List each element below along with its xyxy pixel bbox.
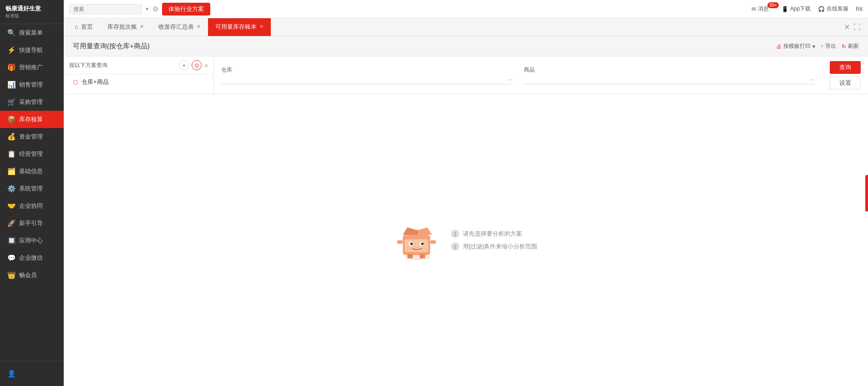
sidebar-item-search[interactable]: 🔍 搜索菜单 xyxy=(0,24,64,41)
username-label: Rit xyxy=(856,6,863,12)
export-icon: ↑ xyxy=(821,43,823,50)
tab-deposit-summary[interactable]: 收发存汇总表 ✕ xyxy=(151,18,208,36)
export-btn[interactable]: ↑ 导出 xyxy=(821,42,836,50)
main-area: ▾ ⚙ 体验行业方案 ✉ 消息 99+ 📱 App下载 🎧 在线客服 Rit ⌂… xyxy=(64,0,868,386)
sidebar-item-basic-info[interactable]: 🗂️ 基础信息 xyxy=(0,163,64,180)
empty-state: 1 请先选择要分析的方案 2 用[过滤]条件来缩小分析范围 xyxy=(64,94,868,386)
collapse-sidebar-btn[interactable]: « xyxy=(204,62,208,69)
search-input[interactable] xyxy=(69,4,142,14)
app-label: App下载 xyxy=(790,5,811,13)
svg-rect-8 xyxy=(397,240,403,244)
sidebar-item-wechat[interactable]: 💬 企业微信 xyxy=(0,249,64,267)
sidebar-item-label: 企业微信 xyxy=(19,254,43,262)
chevron-down-icon[interactable]: ▾ xyxy=(146,5,149,12)
query-btn[interactable]: 查询 xyxy=(830,61,861,74)
tip-num-2: 2 xyxy=(451,242,459,251)
tabs-controls: ✕ ⛶ xyxy=(840,18,864,36)
tab-home[interactable]: ⌂ 首页 xyxy=(67,18,100,36)
expand-icon[interactable]: ⛶ xyxy=(853,23,861,31)
sidebar-item-label: 销售管理 xyxy=(19,81,43,89)
tab-close-icon[interactable]: ✕ xyxy=(140,24,144,30)
empty-tips: 1 请先选择要分析的方案 2 用[过滤]条件来缩小分析范围 xyxy=(451,230,537,251)
rocket-icon: 🚀 xyxy=(7,219,15,227)
settings-icon[interactable]: ⚙ xyxy=(152,5,158,13)
product-input[interactable] xyxy=(524,76,810,83)
money-icon: 💰 xyxy=(7,133,15,141)
cart-icon: 🛒 xyxy=(7,98,15,106)
sidebar-item-operations[interactable]: 📋 经营管理 xyxy=(0,145,64,163)
print-btn[interactable]: 🖨 按模板打印 ▾ xyxy=(776,42,815,50)
scheme-item-warehouse-product[interactable]: ⬡ 仓库+商品 xyxy=(64,74,213,90)
app-name: 畅康通好生意 xyxy=(5,5,58,13)
sidebar-item-label: 经营管理 xyxy=(19,150,43,158)
warehouse-filter: 仓库 ··· xyxy=(221,66,513,84)
tabs-bar: ⌂ 首页 库存批次账 ✕ 收发存汇总表 ✕ 可用量库存账本 ✕ ✕ ⛶ xyxy=(64,18,868,36)
content-area: 可用量查询(按仓库+商品) 🖨 按模板打印 ▾ ↑ 导出 ↻ 刷新 xyxy=(64,36,868,386)
sidebar-item-label: 系统管理 xyxy=(19,185,43,193)
tab-available-ledger[interactable]: 可用量库存账本 ✕ xyxy=(208,18,271,36)
sidebar-item-marketing[interactable]: 🎁 营销推广 xyxy=(0,59,64,76)
refresh-label: 刷新 xyxy=(848,42,859,50)
query-sidebar-actions: + ⊙ « xyxy=(179,60,208,70)
query-sidebar-header: 按以下方案查询 + ⊙ « xyxy=(64,57,213,74)
empty-tip-2: 2 用[过滤]条件来缩小分析范围 xyxy=(451,242,537,251)
cube-icon: ⬡ xyxy=(73,79,78,86)
sidebar-item-enterprise[interactable]: 🤝 企业协同 xyxy=(0,197,64,215)
add-scheme-btn[interactable]: + xyxy=(179,60,189,70)
empty-tip-1: 1 请先选择要分析的方案 xyxy=(451,230,537,238)
refresh-icon: ↻ xyxy=(842,43,846,50)
refresh-btn[interactable]: ↻ 刷新 xyxy=(842,42,859,50)
sidebar-item-finance[interactable]: 💰 资金管理 xyxy=(0,128,64,145)
sidebar-bottom-item[interactable]: 👤 xyxy=(0,365,64,382)
sidebar-item-label: 库存核算 xyxy=(19,115,43,124)
handshake-icon: 🤝 xyxy=(7,202,15,210)
sidebar-item-vip[interactable]: 👑 畅会员 xyxy=(0,267,64,284)
empty-illustration xyxy=(395,217,440,263)
sidebar-item-sales[interactable]: 📊 销售管理 xyxy=(0,76,64,93)
sidebar-item-app-center[interactable]: 🔲 应用中心 xyxy=(0,232,64,249)
sidebar-item-purchase[interactable]: 🛒 采购管理 xyxy=(0,93,64,111)
sidebar-bottom: 👤 xyxy=(0,361,64,386)
page-title: 可用量查询(按仓库+商品) xyxy=(73,42,150,51)
app-download-btn[interactable]: 📱 App下载 xyxy=(782,5,811,13)
sidebar-item-label: 基础信息 xyxy=(19,167,43,175)
tab-batch-ledger[interactable]: 库存批次账 ✕ xyxy=(100,18,151,36)
sidebar-item-shortcut[interactable]: ⚡ 快捷导航 xyxy=(0,41,64,59)
topbar-right: ✉ 消息 99+ 📱 App下载 🎧 在线客服 Rit xyxy=(751,5,863,13)
tab-label: 可用量库存账本 xyxy=(215,23,257,31)
svg-rect-10 xyxy=(407,254,413,258)
svg-point-6 xyxy=(410,242,413,245)
tab-close-icon[interactable]: ✕ xyxy=(259,24,264,30)
sidebar-item-onboarding[interactable]: 🚀 新手引导 xyxy=(0,215,64,232)
warehouse-input[interactable] xyxy=(221,76,508,83)
sidebar-item-label: 资金管理 xyxy=(19,133,43,141)
config-scheme-btn[interactable]: ⊙ xyxy=(192,60,202,70)
tip-num-1: 1 xyxy=(451,230,459,238)
sidebar-item-system[interactable]: ⚙️ 系统管理 xyxy=(0,180,64,197)
sidebar-item-label: 新手引导 xyxy=(19,219,43,227)
experience-btn[interactable]: 体验行业方案 xyxy=(162,3,210,15)
product-filter: 商品 ··· xyxy=(524,66,816,84)
chevron-down-icon: ▾ xyxy=(812,43,815,50)
tab-label: 库存批次账 xyxy=(107,23,137,31)
sidebar-item-label: 搜索菜单 xyxy=(19,29,43,37)
sidebar-item-label: 采购管理 xyxy=(19,98,43,106)
tip-text-2: 用[过滤]条件来缩小分析范围 xyxy=(463,242,537,251)
folder-icon: 🗂️ xyxy=(7,167,15,175)
filter-area: 仓库 ··· 商品 ··· xyxy=(214,57,822,94)
svg-rect-9 xyxy=(430,240,436,244)
sidebar-item-inventory[interactable]: 📦 库存核算 xyxy=(0,111,64,128)
messages-btn[interactable]: ✉ 消息 99+ xyxy=(751,5,774,13)
warehouse-more-icon[interactable]: ··· xyxy=(508,76,513,83)
tab-close-icon[interactable]: ✕ xyxy=(197,24,201,30)
sidebar-item-label: 营销推广 xyxy=(19,63,43,72)
export-label: 导出 xyxy=(825,42,836,50)
warehouse-label: 仓库 xyxy=(221,66,513,74)
chart-icon: 📊 xyxy=(7,81,15,89)
topbar: ▾ ⚙ 体验行业方案 ✉ 消息 99+ 📱 App下载 🎧 在线客服 Rit xyxy=(64,0,868,18)
settings-btn[interactable]: 设置 xyxy=(830,77,861,89)
product-more-icon[interactable]: ··· xyxy=(810,76,815,83)
clipboard-icon: 📋 xyxy=(7,150,15,158)
online-service-btn[interactable]: 🎧 在线客服 xyxy=(818,5,848,13)
close-tab-icon[interactable]: ✕ xyxy=(844,23,850,31)
